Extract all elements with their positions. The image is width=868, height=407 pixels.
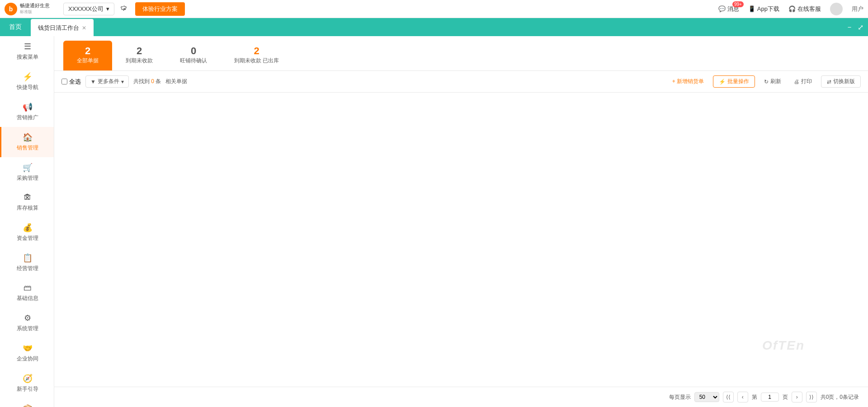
- page-input[interactable]: [761, 393, 779, 402]
- sidebar-item-cooperation[interactable]: 🤝 企业协同: [0, 338, 54, 368]
- try-industry-button[interactable]: 体验行业方案: [135, 2, 185, 16]
- sidebar-cooperation-label: 企业协同: [17, 355, 38, 363]
- stat-tab-pending[interactable]: 0 旺铺待确认: [166, 41, 221, 70]
- new-sales-button[interactable]: + 新增销货单: [669, 76, 708, 87]
- stats-tabs: 2 全部单据 2 到期未收款 0 旺铺待确认 2 到期未收款 已出库: [54, 36, 868, 71]
- cooperation-icon: 🤝: [23, 343, 33, 353]
- sidebar-item-quick-nav[interactable]: ⚡ 快捷导航: [0, 66, 54, 97]
- logo-text-area: 畅捷通好生意 标准版: [20, 3, 50, 14]
- filter-label: 更多条件: [98, 78, 119, 85]
- sidebar-system-label: 系统管理: [17, 325, 38, 332]
- finance-icon: 💰: [23, 223, 33, 233]
- found-count: 0: [151, 78, 154, 84]
- switch-version-button[interactable]: ⇄ 切换新版: [821, 75, 861, 88]
- app-download-button[interactable]: 📱 App下载: [748, 5, 779, 13]
- tab-workbench-label: 钱货日清工作台: [38, 24, 79, 32]
- stat-tab-all[interactable]: 2 全部单据: [63, 41, 112, 70]
- first-page-button[interactable]: ⟨⟨: [723, 392, 734, 402]
- per-page-select[interactable]: 50 100 200: [694, 392, 719, 402]
- stat-overdue-out-num: 2: [254, 45, 259, 57]
- stat-overdue-label: 到期未收款: [126, 57, 153, 65]
- stat-overdue-num: 2: [137, 45, 142, 57]
- marketing-icon: 📢: [23, 102, 33, 112]
- select-all-label: 全选: [69, 78, 81, 86]
- main-layout: ☰ 搜索菜单 ⚡ 快捷导航 📢 营销推广 🏠 销售管理 🛒 采购管理 🏚 库存核…: [0, 36, 868, 407]
- sidebar-inventory-label: 库存核算: [17, 204, 38, 212]
- logo-area: b 畅捷通好生意 标准版: [5, 3, 59, 15]
- search-menu-icon: ☰: [24, 42, 31, 51]
- next-page-button[interactable]: ›: [792, 392, 802, 402]
- stat-tab-overdue-out[interactable]: 2 到期未收款 已出库: [221, 41, 292, 70]
- related-label: 相关单据: [165, 78, 187, 85]
- guide-icon: 🧭: [23, 374, 33, 384]
- tab-workbench[interactable]: 钱货日清工作台 ✕: [31, 19, 94, 37]
- refresh-button[interactable]: ↻ 刷新: [760, 76, 785, 87]
- tab-minimize-button[interactable]: －: [846, 23, 853, 32]
- found-prefix: 共找到: [133, 78, 150, 84]
- prev-page-button[interactable]: ‹: [737, 392, 748, 402]
- app-badge: 标准版: [20, 9, 50, 15]
- sidebar-guide-label: 新手引导: [17, 385, 38, 393]
- sales-icon: 🏠: [23, 132, 33, 142]
- chevron-down-icon: ▾: [106, 5, 109, 12]
- tab-close-icon[interactable]: ✕: [82, 25, 86, 31]
- switch-label: 切换新版: [833, 78, 855, 85]
- tab-bar-actions: － ⤢: [846, 23, 868, 32]
- tab-maximize-button[interactable]: ⤢: [858, 23, 863, 32]
- select-all-input[interactable]: [61, 79, 67, 84]
- app-center-icon: 📦: [23, 404, 33, 407]
- inventory-icon: 🏚: [24, 193, 32, 202]
- stat-all-num: 2: [85, 45, 90, 57]
- sidebar-item-inventory[interactable]: 🏚 库存核算: [0, 187, 54, 217]
- refresh-icon: ↻: [764, 79, 769, 85]
- stat-tab-overdue[interactable]: 2 到期未收款: [112, 41, 166, 70]
- toolbar: 全选 ▼ 更多条件 ▾ 共找到 0 条 相关单据 + 新增销货单 ⚡ 批量操作: [54, 71, 868, 93]
- sidebar-item-app-center[interactable]: 📦 应用中心: [0, 398, 54, 407]
- sidebar-item-finance[interactable]: 💰 资金管理: [0, 217, 54, 248]
- print-button[interactable]: 🖨 打印: [790, 76, 816, 87]
- filter-button[interactable]: ▼ 更多条件 ▾: [85, 75, 129, 88]
- batch-icon: ⚡: [719, 79, 726, 85]
- sidebar-item-purchase[interactable]: 🛒 采购管理: [0, 157, 54, 187]
- sidebar-item-system[interactable]: ⚙ 系统管理: [0, 308, 54, 338]
- sidebar-operation-label: 经营管理: [17, 265, 38, 272]
- system-icon: ⚙: [24, 313, 31, 323]
- stat-pending-num: 0: [191, 45, 196, 57]
- pagination-bar: 每页显示 50 100 200 ⟨⟨ ‹ 第 页 › ⟩⟩ 共0页，0条记录: [54, 387, 868, 407]
- sidebar-item-guide[interactable]: 🧭 新手引导: [0, 368, 54, 398]
- sidebar-finance-label: 资金管理: [17, 234, 38, 242]
- toolbar-right: + 新增销货单 ⚡ 批量操作 ↻ 刷新 🖨 打印 ⇄ 切换新版: [669, 75, 861, 88]
- sidebar-item-operation[interactable]: 📋 经营管理: [0, 248, 54, 278]
- header-right: 💬 消息 99+ 📱 App下载 🎧 在线客服 用户: [718, 3, 863, 15]
- stat-overdue-out-label: 到期未收款 已出库: [234, 57, 279, 65]
- company-selector[interactable]: XXXXXX公司 ▾: [63, 3, 114, 15]
- found-text: 共找到 0 条: [133, 78, 161, 85]
- print-label: 打印: [801, 78, 812, 85]
- user-name[interactable]: 用户: [852, 5, 863, 13]
- switch-icon: ⇄: [827, 79, 831, 85]
- sidebar-item-marketing[interactable]: 📢 营销推广: [0, 97, 54, 127]
- sidebar-search-label: 搜索菜单: [17, 53, 38, 61]
- select-all-checkbox[interactable]: 全选: [61, 78, 81, 86]
- sidebar: ☰ 搜索菜单 ⚡ 快捷导航 📢 营销推广 🏠 销售管理 🛒 采购管理 🏚 库存核…: [0, 36, 54, 407]
- sidebar-item-sales[interactable]: 🏠 销售管理: [0, 127, 54, 157]
- tab-bar: 首页 钱货日清工作台 ✕ － ⤢: [0, 18, 868, 36]
- content-area: 2 全部单据 2 到期未收款 0 旺铺待确认 2 到期未收款 已出库 全选: [54, 36, 868, 407]
- found-unit: 条: [156, 78, 161, 84]
- tab-home[interactable]: 首页: [0, 18, 31, 36]
- purchase-icon: 🛒: [23, 163, 33, 173]
- batch-label: 批量操作: [727, 78, 749, 85]
- basic-info-icon: 🗃: [24, 283, 32, 293]
- settings-button[interactable]: [118, 3, 131, 15]
- sidebar-item-search[interactable]: ☰ 搜索菜单: [0, 36, 54, 66]
- refresh-label: 刷新: [770, 78, 781, 85]
- last-page-button[interactable]: ⟩⟩: [806, 392, 817, 402]
- avatar[interactable]: [830, 3, 843, 15]
- sidebar-item-basic-info[interactable]: 🗃 基础信息: [0, 278, 54, 308]
- online-service-button[interactable]: 🎧 在线客服: [788, 5, 821, 13]
- online-service-label: 在线客服: [797, 5, 821, 13]
- message-button[interactable]: 💬 消息 99+: [718, 5, 739, 13]
- app-download-label: App下载: [757, 5, 779, 13]
- batch-operation-button[interactable]: ⚡ 批量操作: [713, 75, 755, 88]
- filter-chevron-icon: ▾: [121, 79, 124, 85]
